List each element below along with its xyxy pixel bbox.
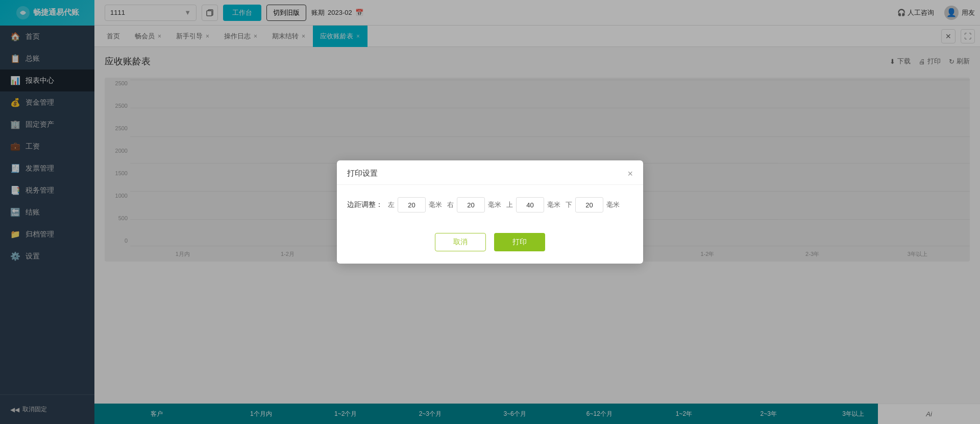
- left-margin-input[interactable]: [398, 197, 426, 213]
- bottom-direction-label: 下: [566, 200, 572, 209]
- confirm-print-button[interactable]: 打印: [494, 233, 545, 251]
- top-margin-input[interactable]: [516, 197, 544, 213]
- dialog-header: 打印设置 ×: [337, 160, 643, 185]
- left-direction-label: 左: [388, 200, 395, 209]
- right-unit: 毫米: [488, 200, 501, 209]
- top-unit: 毫米: [547, 200, 560, 209]
- bottom-unit: 毫米: [606, 200, 620, 209]
- margin-left-group: 左 毫米: [388, 197, 442, 213]
- cancel-button[interactable]: 取消: [435, 233, 486, 251]
- dialog-overlay[interactable]: 打印设置 × 边距调整： 左 毫米 右 毫米 上 毫米: [0, 0, 980, 424]
- margin-row: 边距调整： 左 毫米 右 毫米 上 毫米 下: [347, 197, 633, 213]
- right-direction-label: 右: [447, 200, 454, 209]
- top-direction-label: 上: [506, 200, 513, 209]
- left-unit: 毫米: [429, 200, 442, 209]
- margin-top-group: 上 毫米: [506, 197, 560, 213]
- margin-bottom-group: 下 毫米: [566, 197, 620, 213]
- margin-label: 边距调整：: [347, 200, 383, 209]
- bottom-margin-input[interactable]: [575, 197, 603, 213]
- dialog-body: 边距调整： 左 毫米 右 毫米 上 毫米 下: [337, 185, 643, 233]
- dialog-close-button[interactable]: ×: [627, 169, 633, 178]
- print-settings-dialog: 打印设置 × 边距调整： 左 毫米 右 毫米 上 毫米: [337, 160, 643, 264]
- dialog-title: 打印设置: [347, 169, 378, 178]
- margin-right-group: 右 毫米: [447, 197, 501, 213]
- right-margin-input[interactable]: [457, 197, 485, 213]
- dialog-footer: 取消 打印: [337, 233, 643, 264]
